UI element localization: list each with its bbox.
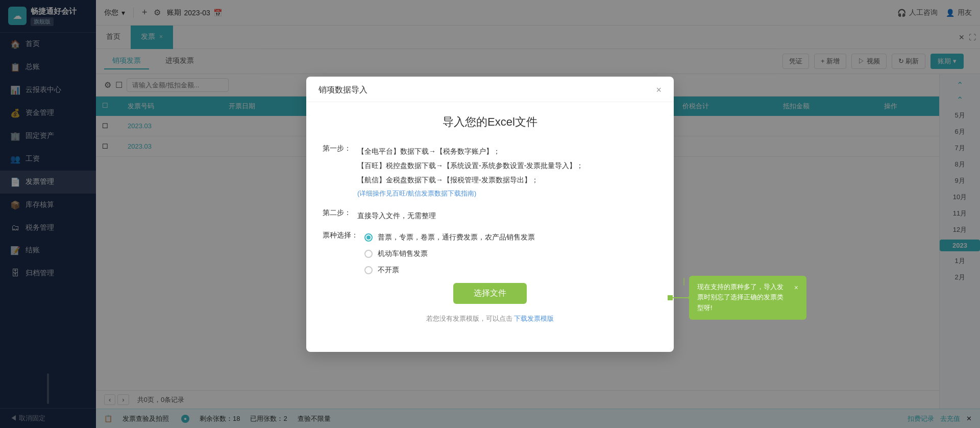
step2-row: 第二步： 直接导入文件，无需整理 — [323, 208, 657, 223]
footer-hint-text: 若您没有发票模版，可以点击 — [426, 315, 512, 322]
step1-row: 第一步： 【全电平台】数据下载→【税务数字账户】； 【百旺】税控盘数据下载→【系… — [323, 144, 657, 200]
modal-footer: 选择文件 若您没有发票模版，可以点击 下载发票模版 — [323, 283, 657, 323]
tooltip-container: | 现在支持的票种多了，导入发票时别忘了选择正确的发票类型呀! × — [664, 276, 806, 320]
step1-content: 【全电平台】数据下载→【税务数字账户】； 【百旺】税控盘数据下载→【系统设置-系… — [357, 144, 583, 200]
step1-link[interactable]: (详细操作见百旺/航信发票数据下载指南) — [357, 187, 583, 200]
tooltip-text: 现在支持的票种多了，导入发票时别忘了选择正确的发票类型呀! — [697, 282, 790, 314]
footer-link[interactable]: 下载发票模版 — [514, 315, 554, 322]
ticket-option-1[interactable]: 普票，专票，卷票，通行费发票，农产品销售发票 — [364, 233, 535, 242]
ticket-select-row: 票种选择： 普票，专票，卷票，通行费发票，农产品销售发票 机动车销售发票 — [323, 231, 657, 275]
ticket-label-2: 机动车销售发票 — [378, 249, 428, 258]
step1-line-1: 【全电平台】数据下载→【税务数字账户】； — [357, 144, 583, 158]
step2-content: 直接导入文件，无需整理 — [357, 208, 436, 223]
modal-title: 销项数据导入 — [318, 85, 368, 96]
radio-dot — [366, 235, 371, 240]
radio-unchecked-1[interactable] — [364, 250, 373, 258]
ticket-label: 票种选择： — [323, 231, 358, 240]
ticket-options: 普票，专票，卷票，通行费发票，农产品销售发票 机动车销售发票 不开票 — [364, 233, 535, 275]
modal-body: 导入您的Excel文件 第一步： 【全电平台】数据下载→【税务数字账户】； 【百… — [306, 102, 674, 336]
tooltip-bar-icon: | — [683, 275, 685, 288]
modal-overlay[interactable]: 销项数据导入 × 导入您的Excel文件 第一步： 【全电平台】数据下载→【税务… — [0, 0, 980, 428]
step1-label: 第一步： — [323, 144, 351, 153]
ticket-option-2[interactable]: 机动车销售发票 — [364, 249, 535, 258]
ticket-option-3[interactable]: 不开票 — [364, 266, 535, 275]
modal-header: 销项数据导入 × — [306, 77, 674, 102]
tooltip-connector-dot — [668, 295, 673, 300]
modal-main-title: 导入您的Excel文件 — [323, 114, 657, 130]
step2-label: 第二步： — [323, 208, 351, 218]
import-modal: 销项数据导入 × 导入您的Excel文件 第一步： 【全电平台】数据下载→【税务… — [306, 77, 674, 352]
step1-line-2: 【百旺】税控盘数据下载→【系统设置-系统参数设置-发票批量导入】； — [357, 158, 583, 173]
select-file-button[interactable]: 选择文件 — [453, 283, 527, 304]
radio-checked[interactable] — [364, 233, 373, 242]
step1-line-3: 【航信】金税盘数据下载→【报税管理-发票数据导出】； — [357, 173, 583, 187]
ticket-label-1: 普票，专票，卷票，通行费发票，农产品销售发票 — [378, 233, 535, 242]
footer-hint: 若您没有发票模版，可以点击 下载发票模版 — [323, 314, 657, 323]
tooltip-content: 现在支持的票种多了，导入发票时别忘了选择正确的发票类型呀! × — [697, 282, 798, 314]
tooltip-close-icon[interactable]: × — [794, 282, 798, 293]
ticket-label-3: 不开票 — [378, 266, 399, 275]
tooltip-bubble: | 现在支持的票种多了，导入发票时别忘了选择正确的发票类型呀! × — [689, 276, 806, 320]
modal-close-button[interactable]: × — [656, 85, 662, 96]
radio-unchecked-2[interactable] — [364, 266, 373, 274]
